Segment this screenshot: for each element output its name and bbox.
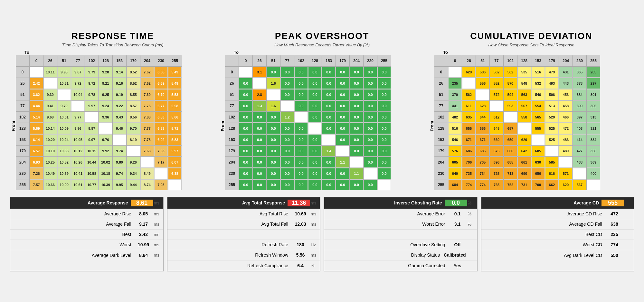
refresh-compliance-value: 6.4 bbox=[291, 263, 310, 268]
matrix-cell-4-6: 9.43 bbox=[113, 112, 126, 123]
matrix-cell-10-10 bbox=[587, 179, 600, 190]
cd-worst-value: 774 bbox=[605, 242, 624, 247]
matrix-cell-10-5: 731 bbox=[517, 179, 531, 190]
matrix-cell-9-4: 10.58 bbox=[85, 168, 99, 179]
overdrive-row: Overdrive Setting Off bbox=[324, 240, 477, 250]
matrix-cell-2-9: 0.0 bbox=[364, 89, 377, 100]
matrix-cell-7-7 bbox=[127, 146, 140, 156]
matrix-cell-0-2: 0.0 bbox=[267, 67, 280, 78]
avg-total-header-value: 11.36 bbox=[288, 200, 310, 206]
matrix-row-header-8: 204 bbox=[16, 157, 29, 168]
matrix-cell-10-1: 10.66 bbox=[43, 179, 57, 190]
matrix-cell-10-10 bbox=[377, 179, 391, 190]
matrix-cell-10-9: 0.0 bbox=[364, 179, 377, 190]
matrix-cell-10-7: 0.0 bbox=[336, 179, 349, 190]
matrix-cell-6-7: 525 bbox=[545, 134, 559, 145]
matrix-cell-0-9: 0.0 bbox=[364, 67, 377, 78]
matrix-cell-3-8: 458 bbox=[559, 100, 573, 111]
refresh-compliance-unit: % bbox=[310, 263, 320, 268]
matrix-cell-2-5: 0.0 bbox=[308, 89, 322, 100]
matrix-cell-7-4: 666 bbox=[504, 146, 517, 156]
matrix-cell-10-8: 8.74 bbox=[140, 179, 154, 190]
matrix-cell-5-4: 0.0 bbox=[294, 123, 308, 134]
refresh-rate-value: 180 bbox=[291, 242, 310, 247]
matrix-cell-7-3: 0.0 bbox=[280, 146, 294, 156]
matrix-col-header-0: 0 bbox=[448, 55, 462, 66]
matrix-cell-9-9 bbox=[573, 168, 586, 179]
matrix-row-header-6: 153 bbox=[16, 134, 29, 145]
os-axis-from: From bbox=[219, 55, 225, 190]
cd-grid-grid: 0265177102128153179204230255062858656256… bbox=[434, 55, 600, 190]
matrix-cell-5-5 bbox=[99, 123, 112, 134]
matrix-cell-6-1: 10.20 bbox=[43, 134, 57, 145]
matrix-row-header-7: 179 bbox=[225, 146, 239, 156]
matrix-cell-9-1: 10.49 bbox=[43, 168, 57, 179]
avg-total-stats-box: Avg Total Response 11.36 ms Avg Total Ri… bbox=[167, 197, 321, 271]
matrix-cell-4-2: 10.01 bbox=[57, 112, 71, 123]
os-axis-to: To bbox=[219, 50, 425, 55]
matrix-cell-8-3: 696 bbox=[490, 157, 503, 168]
matrix-cell-8-4: 0.0 bbox=[294, 157, 308, 168]
matrix-cell-9-1: 735 bbox=[462, 168, 476, 179]
matrix-cell-5-0: 0.0 bbox=[239, 123, 252, 134]
cd-matrix-wrapper: From 02651771021281531792042302550628586… bbox=[428, 55, 634, 190]
matrix-cell-10-6: 700 bbox=[531, 179, 545, 190]
matrix-cell-5-9: 403 bbox=[573, 123, 586, 134]
matrix-cell-8-8 bbox=[140, 157, 154, 168]
matrix-cell-10-7: 662 bbox=[545, 179, 559, 190]
matrix-cell-3-5: 0.0 bbox=[308, 100, 322, 111]
matrix-cell-0-9: 365 bbox=[573, 67, 586, 78]
avg-total-fall-unit: ms bbox=[310, 222, 320, 227]
matrix-cell-4-3: 612 bbox=[490, 112, 503, 123]
matrix-cell-5-0: 516 bbox=[448, 123, 462, 134]
matrix-col-header-5: 128 bbox=[517, 55, 531, 66]
matrix-cell-10-10 bbox=[168, 179, 182, 190]
matrix-cell-5-6: 9.46 bbox=[113, 123, 126, 134]
overdrive-label: Overdrive Setting bbox=[324, 242, 448, 247]
matrix-cell-9-5: 690 bbox=[517, 168, 531, 179]
matrix-cell-10-1: 774 bbox=[462, 179, 476, 190]
matrix-cell-2-10: 5.53 bbox=[168, 89, 182, 100]
matrix-cell-9-9 bbox=[154, 168, 168, 179]
matrix-row-header-2: 51 bbox=[225, 89, 239, 100]
matrix-cell-9-0: 640 bbox=[448, 168, 462, 179]
matrix-cell-8-5: 10.02 bbox=[99, 157, 112, 168]
matrix-cell-3-6: 554 bbox=[531, 100, 545, 111]
matrix-cell-10-3: 765 bbox=[490, 179, 503, 190]
matrix-cell-0-8: 0.0 bbox=[350, 67, 363, 78]
matrix-cell-7-7 bbox=[336, 146, 349, 156]
matrix-cell-1-6: 9.16 bbox=[113, 78, 126, 89]
matrix-cell-3-8: 7.75 bbox=[140, 100, 154, 111]
matrix-cell-2-8: 0.0 bbox=[350, 89, 363, 100]
matrix-cell-6-2: 10.24 bbox=[57, 134, 71, 145]
matrix-cell-8-9: 7.17 bbox=[154, 157, 168, 168]
matrix-cell-2-0: 0.0 bbox=[239, 89, 252, 100]
matrix-cell-9-6: 0.0 bbox=[322, 168, 336, 179]
matrix-cell-2-9: 384 bbox=[573, 89, 586, 100]
matrix-cell-7-9: 427 bbox=[573, 146, 586, 156]
matrix-cell-0-10: 0.0 bbox=[377, 67, 391, 78]
matrix-row-header-6: 153 bbox=[434, 134, 448, 145]
matrix-cell-5-8: 472 bbox=[559, 123, 573, 134]
matrix-cell-2-1: 2.8 bbox=[253, 89, 266, 100]
matrix-row-header-9: 230 bbox=[225, 168, 239, 179]
matrix-cell-6-4: 659 bbox=[504, 134, 517, 145]
matrix-row-header-6: 153 bbox=[225, 134, 239, 145]
matrix-cell-9-5: 10.18 bbox=[99, 168, 112, 179]
matrix-cell-10-9: 567 bbox=[573, 179, 586, 190]
response-time-panel: RESPONSE TIME Time Display Takes To Tran… bbox=[10, 31, 216, 190]
matrix-cell-4-9: 6.83 bbox=[154, 112, 168, 123]
matrix-cell-4-0: 0.0 bbox=[239, 112, 252, 123]
matrix-cell-4-8: 0.0 bbox=[350, 112, 363, 123]
rt-worst-unit: ms bbox=[153, 242, 163, 247]
matrix-cell-10-2: 10.99 bbox=[57, 179, 71, 190]
matrix-cell-7-8: 489 bbox=[559, 146, 573, 156]
display-status-label: Display Status bbox=[324, 252, 442, 258]
matrix-cell-9-4: 0.0 bbox=[294, 168, 308, 179]
rt-matrix-wrapper: From 0265177102128153179204230255010.119… bbox=[10, 55, 216, 190]
cd-rise-label: Average CD Rise bbox=[481, 211, 605, 216]
matrix-cell-2-3: 0.0 bbox=[280, 89, 294, 100]
matrix-cell-5-5 bbox=[517, 123, 531, 134]
matrix-cell-2-3: 572 bbox=[490, 89, 503, 100]
matrix-cell-8-2: 705 bbox=[476, 157, 489, 168]
